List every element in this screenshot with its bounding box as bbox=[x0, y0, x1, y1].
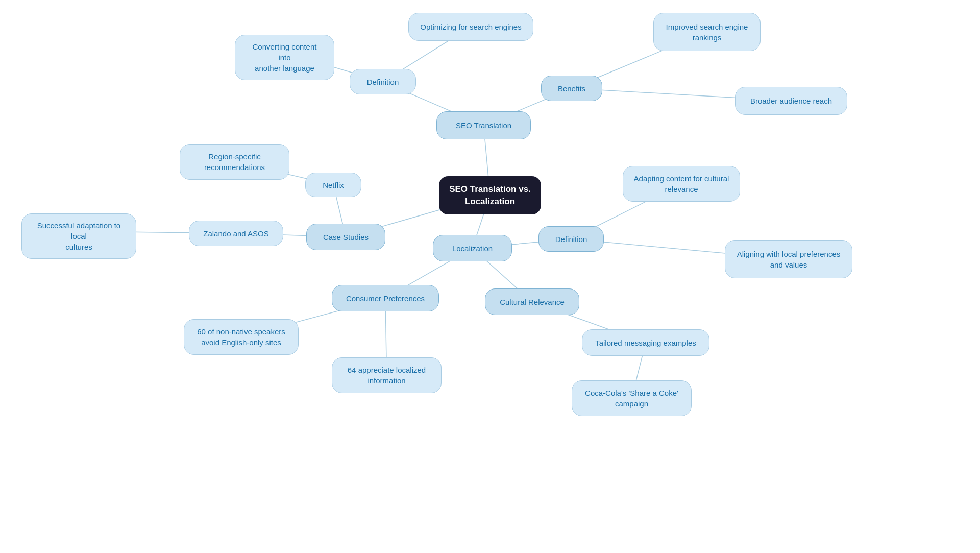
node-consumer-prefs: Consumer Preferences bbox=[332, 285, 439, 311]
node-netflix: Netflix bbox=[305, 173, 361, 197]
node-definition-seo: Definition bbox=[350, 69, 416, 94]
node-definition-loc: Definition bbox=[538, 226, 604, 252]
node-center: SEO Translation vs.Localization bbox=[439, 176, 541, 214]
node-successful-adaptation: Successful adaptation to localcultures bbox=[21, 213, 136, 259]
node-broader-audience: Broader audience reach bbox=[735, 87, 847, 115]
node-aligning-local: Aligning with local preferencesand value… bbox=[725, 240, 852, 278]
node-localization: Localization bbox=[433, 235, 512, 261]
node-optimizing-search: Optimizing for search engines bbox=[408, 13, 533, 41]
node-coca-cola: Coca-Cola's 'Share a Coke'campaign bbox=[572, 380, 692, 416]
node-improved-rankings: Improved search enginerankings bbox=[653, 13, 761, 51]
node-adapting-content: Adapting content for culturalrelevance bbox=[623, 166, 740, 202]
node-non-native: 60 of non-native speakersavoid English-o… bbox=[184, 319, 299, 355]
node-case-studies: Case Studies bbox=[306, 224, 385, 250]
node-cultural-relevance: Cultural Relevance bbox=[485, 288, 579, 315]
node-region-specific: Region-specificrecommendations bbox=[180, 144, 289, 180]
node-tailored-messaging: Tailored messaging examples bbox=[582, 329, 709, 356]
node-zalando-asos: Zalando and ASOS bbox=[189, 221, 283, 246]
node-benefits: Benefits bbox=[541, 76, 602, 101]
node-converting-content: Converting content intoanother language bbox=[235, 35, 334, 80]
node-seo-translation: SEO Translation bbox=[436, 111, 531, 139]
node-appreciate-localized: 64 appreciate localizedinformation bbox=[332, 357, 442, 393]
